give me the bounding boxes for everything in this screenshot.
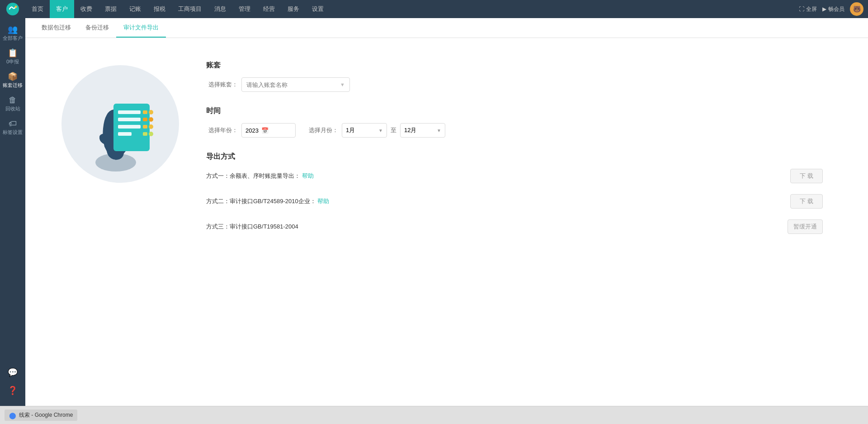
svg-rect-6 bbox=[118, 125, 141, 129]
year-value: 2023 bbox=[245, 127, 259, 134]
month-from-value: 1月 bbox=[346, 126, 355, 134]
export-section-title: 导出方式 bbox=[206, 152, 823, 162]
export-method-2-label: 方式二：审计接口GB/T24589-2010企业： 帮助 bbox=[206, 197, 783, 205]
fullscreen-button[interactable]: ⛶ 全屏 bbox=[799, 5, 817, 13]
export-method-2-help[interactable]: 帮助 bbox=[317, 198, 329, 205]
svg-rect-11 bbox=[143, 132, 147, 136]
export-method-2-row: 方式二：审计接口GB/T24589-2010企业： 帮助 下 载 bbox=[206, 194, 823, 209]
video-icon: ▶ bbox=[822, 6, 826, 12]
export-method-3-row: 方式三：审计接口GB/T19581-2004 暂缓开通 bbox=[206, 219, 823, 234]
nav-home[interactable]: 首页 bbox=[25, 0, 50, 18]
month-label: 选择月份： bbox=[307, 126, 338, 134]
svg-rect-8 bbox=[143, 110, 147, 114]
nav-invoice[interactable]: 票据 bbox=[99, 0, 123, 18]
time-select-row: 选择年份： 2023 📅 选择月份： 1月 ▼ 至 12月 ▼ bbox=[206, 123, 823, 138]
taskbar-chrome-item[interactable]: ⬤ 线索 - Google Chrome bbox=[5, 410, 77, 421]
nav-accounting[interactable]: 记账 bbox=[123, 0, 147, 18]
year-label: 选择年份： bbox=[206, 126, 238, 134]
illustration-circle bbox=[61, 65, 179, 183]
svg-point-13 bbox=[149, 117, 153, 122]
help-icon-button[interactable]: ❓ bbox=[0, 382, 25, 399]
svg-point-1 bbox=[15, 6, 17, 8]
fullscreen-label: 全屏 bbox=[806, 5, 817, 13]
nav-manage[interactable]: 管理 bbox=[232, 0, 257, 18]
migration-icon: 📦 bbox=[8, 72, 18, 81]
nav-tax[interactable]: 报税 bbox=[147, 0, 172, 18]
export-method-3-label: 方式三：审计接口GB/T19581-2004 bbox=[206, 223, 780, 231]
export-method-1-label: 方式一：余额表、序时账批量导出： 帮助 bbox=[206, 172, 783, 180]
svg-rect-10 bbox=[143, 125, 147, 129]
account-select-row: 选择账套： ▼ bbox=[206, 77, 823, 92]
sidebar-label-declare: 0申报 bbox=[6, 58, 19, 65]
nav-operation[interactable]: 经营 bbox=[257, 0, 281, 18]
svg-rect-7 bbox=[118, 132, 132, 136]
export-method-1-help[interactable]: 帮助 bbox=[302, 172, 314, 179]
taskbar-chrome-label: 线索 - Google Chrome bbox=[19, 411, 73, 419]
svg-rect-5 bbox=[118, 118, 141, 121]
nav-message[interactable]: 消息 bbox=[208, 0, 232, 18]
nav-customer[interactable]: 客户 bbox=[50, 0, 74, 18]
svg-rect-4 bbox=[118, 110, 141, 114]
sidebar-bottom: 💬 ❓ bbox=[0, 364, 25, 406]
tab-audit-export[interactable]: 审计文件导出 bbox=[116, 18, 166, 38]
content-area: 数据包迁移 备份迁移 审计文件导出 bbox=[25, 18, 868, 406]
account-section-title: 账套 bbox=[206, 61, 823, 70]
form-area: 账套 选择账套： ▼ 时间 选择年份： 2023 📅 bbox=[188, 56, 841, 388]
tabs-bar: 数据包迁移 备份迁移 审计文件导出 bbox=[25, 18, 868, 38]
sidebar-item-all-customers[interactable]: 👥 全部客户 bbox=[0, 22, 25, 45]
export-method-1-row: 方式一：余额表、序时账批量导出： 帮助 下 载 bbox=[206, 169, 823, 183]
account-input[interactable]: ▼ bbox=[241, 77, 350, 92]
month-from-select[interactable]: 1月 ▼ bbox=[342, 123, 387, 138]
main-layout: 👥 全部客户 📋 0申报 📦 账套迁移 🗑 回收站 🏷 标签设置 💬 ❓ 数据包… bbox=[0, 18, 868, 406]
chat-icon-button[interactable]: 💬 bbox=[0, 364, 25, 381]
account-label: 选择账套： bbox=[206, 81, 238, 89]
export-method-3-coming-soon-button[interactable]: 暂缓开通 bbox=[788, 219, 823, 234]
sidebar-item-account-migration[interactable]: 📦 账套迁移 bbox=[0, 69, 25, 92]
fullscreen-icon: ⛶ bbox=[799, 6, 804, 12]
month-to-arrow: ▼ bbox=[437, 128, 441, 133]
nav-items: 首页 客户 收费 票据 记账 报税 工商项目 消息 管理 经营 服务 设置 bbox=[25, 0, 799, 18]
customers-icon: 👥 bbox=[8, 25, 18, 33]
export-method-2-download-button[interactable]: 下 载 bbox=[790, 194, 823, 209]
svg-point-15 bbox=[149, 132, 153, 136]
sidebar-label-tag: 标签设置 bbox=[3, 129, 23, 136]
illustration-svg bbox=[80, 74, 161, 174]
tag-icon: 🏷 bbox=[9, 119, 17, 128]
year-input[interactable]: 2023 📅 bbox=[241, 123, 296, 138]
month-from-arrow: ▼ bbox=[378, 128, 383, 133]
top-nav-right: ⛶ 全屏 ▶ 畅会员 🐻 bbox=[799, 2, 863, 16]
main-content: 账套 选择账套： ▼ 时间 选择年份： 2023 📅 bbox=[25, 38, 868, 406]
declare-icon: 📋 bbox=[8, 49, 18, 57]
recycle-icon: 🗑 bbox=[9, 96, 17, 104]
nav-settings[interactable]: 设置 bbox=[306, 0, 330, 18]
member-label: 畅会员 bbox=[828, 5, 844, 13]
sidebar-label-migration: 账套迁移 bbox=[3, 82, 23, 89]
sidebar: 👥 全部客户 📋 0申报 📦 账套迁移 🗑 回收站 🏷 标签设置 💬 ❓ bbox=[0, 18, 25, 406]
nav-fee[interactable]: 收费 bbox=[74, 0, 99, 18]
account-dropdown-arrow: ▼ bbox=[340, 82, 345, 87]
member-button[interactable]: ▶ 畅会员 bbox=[822, 5, 844, 13]
tab-backup-migration[interactable]: 备份迁移 bbox=[78, 18, 116, 38]
calendar-icon: 📅 bbox=[261, 127, 269, 134]
logo[interactable] bbox=[5, 1, 21, 17]
svg-point-12 bbox=[149, 110, 153, 114]
svg-rect-9 bbox=[143, 118, 147, 121]
sidebar-label-recycle: 回收站 bbox=[5, 105, 20, 112]
account-text-input[interactable] bbox=[246, 81, 340, 88]
taskbar: ⬤ 线索 - Google Chrome bbox=[0, 406, 868, 424]
tab-data-migration[interactable]: 数据包迁移 bbox=[34, 18, 78, 38]
to-text: 至 bbox=[391, 126, 396, 134]
month-to-value: 12月 bbox=[404, 126, 416, 134]
sidebar-item-tag-settings[interactable]: 🏷 标签设置 bbox=[0, 116, 25, 139]
illustration-area bbox=[52, 56, 188, 388]
nav-service[interactable]: 服务 bbox=[281, 0, 306, 18]
top-nav: 首页 客户 收费 票据 记账 报税 工商项目 消息 管理 经营 服务 设置 ⛶ … bbox=[0, 0, 868, 18]
time-section-title: 时间 bbox=[206, 106, 823, 116]
sidebar-item-recycle[interactable]: 🗑 回收站 bbox=[0, 92, 25, 116]
export-method-1-download-button[interactable]: 下 载 bbox=[790, 169, 823, 183]
sidebar-item-zero-declare[interactable]: 📋 0申报 bbox=[0, 45, 25, 69]
avatar[interactable]: 🐻 bbox=[850, 2, 863, 16]
month-to-select[interactable]: 12月 ▼ bbox=[400, 123, 445, 138]
nav-business[interactable]: 工商项目 bbox=[172, 0, 208, 18]
chrome-icon: ⬤ bbox=[9, 412, 16, 419]
